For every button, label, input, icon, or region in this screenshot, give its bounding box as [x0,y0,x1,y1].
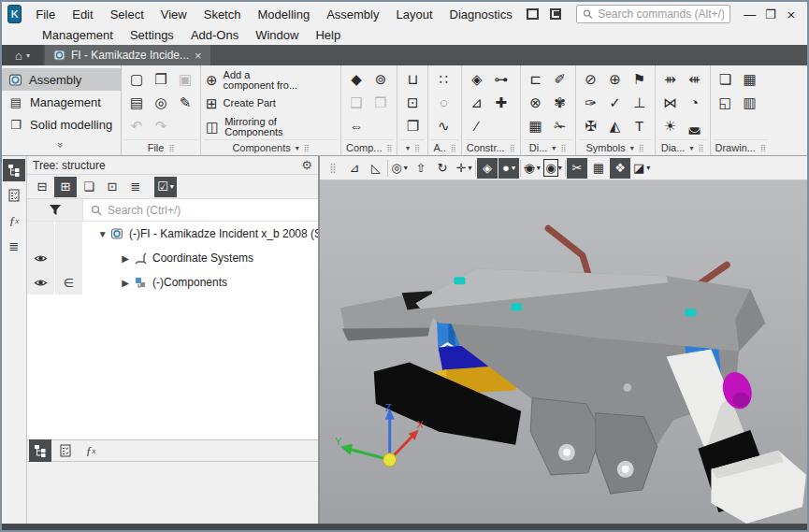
section-view-icon[interactable]: ✂▾ [567,158,587,179]
surface-mark-icon[interactable]: ✑ [580,93,602,113]
move-component-icon[interactable]: ⇔ [345,116,368,137]
menu-item[interactable]: Help [307,28,349,42]
new-drawing-icon[interactable]: ❏ [715,69,737,90]
undo-icon[interactable]: ↶ [125,116,148,137]
create-sketch-icon[interactable]: ⊿▾ [344,158,365,179]
tab-close-icon[interactable]: × [195,49,202,63]
hole-icon[interactable]: ⊔ [401,69,424,90]
angular-dim-icon[interactable]: ✾ [549,93,571,113]
model-canvas[interactable]: Z X Y [320,180,807,524]
gear-icon[interactable]: ⚙ [301,158,312,172]
expander-closed-icon[interactable]: ▶ [119,253,132,264]
mass-properties-icon[interactable]: ☀ [659,116,682,137]
hide-objects-icon[interactable]: ◉▾ [522,158,542,179]
search-input[interactable] [598,7,724,21]
group-handle-icon[interactable]: ⣿ [698,144,703,152]
pan-icon[interactable]: ⇧▾ [411,158,431,179]
windows-layout-icon[interactable] [527,8,539,20]
leader-icon[interactable]: ✐ [549,69,571,90]
variables-tab-icon[interactable]: ƒx [79,439,102,462]
sidebar-item-solid-modelling[interactable]: ❒ Solid modelling [2,113,121,136]
ghost-component-icon[interactable]: ❑ [345,93,368,113]
tree-structure-icon[interactable]: ⊞▾ [54,177,77,197]
save-as-icon[interactable]: ✎ [174,93,196,113]
text-icon[interactable]: T [628,116,651,137]
menu-item[interactable]: Window [247,28,307,42]
redo-icon[interactable]: ↷ [150,116,172,137]
parameters-tab-icon[interactable] [54,439,77,462]
image-quality-icon[interactable]: ❖▾ [610,158,630,179]
pattern-icon[interactable]: ∷ [432,69,455,90]
region-icon[interactable]: ◌ [432,93,455,113]
close-button[interactable]: × [781,7,802,22]
group-handle-icon[interactable]: ⣿ [168,144,174,152]
display-mode-icon[interactable]: ●▾ [498,158,519,179]
clip-box-icon[interactable]: ▦▾ [588,158,609,179]
minimize-button[interactable]: — [740,7,760,22]
zoom-icon[interactable]: ◎▾ [389,158,410,179]
sidebar-item-management[interactable]: ▤ Management [2,91,121,113]
bom-table-icon[interactable]: ▥ [739,93,761,113]
create-part-button[interactable]: ⊞Create Part [206,92,336,115]
new-document-icon[interactable]: ▢ [125,69,148,90]
screen-presets-icon[interactable] [550,8,562,20]
view-layout-icon[interactable]: ◱ [715,93,737,113]
roughness-icon[interactable]: ⊘ [580,69,602,90]
command-search[interactable] [576,5,730,23]
sidebar-collapse-button[interactable]: » [2,139,121,155]
group-handle-icon[interactable]: ⣿ [304,144,310,152]
group-handle-icon[interactable]: ⣿ [510,144,515,152]
grid-dim-icon[interactable]: ▦ [525,116,547,137]
datum-sphere-icon[interactable]: ⊕ [604,69,627,90]
check-gaps-icon[interactable]: ⇺ [684,69,706,90]
print-preview-icon[interactable]: ◎ [150,93,172,113]
menu-item[interactable]: Management [34,28,122,42]
menu-item[interactable]: Diagnostics [441,7,521,22]
relations-icon[interactable]: ❏▾ [78,177,100,197]
variables-panel-icon[interactable]: ƒx [3,209,25,232]
compare-icon[interactable]: ⋈ [659,93,682,113]
hide-in-scene-icon[interactable]: ◉▾ [543,158,564,179]
plane-icon[interactable]: ◈ [466,69,488,90]
maximize-button[interactable]: ❐ [760,7,781,22]
expander-open-icon[interactable]: ▼ [96,229,108,239]
cut-dim-icon[interactable]: ✁ [549,116,571,137]
tree-row-components[interactable]: ∈ ▶ (-)Components [27,270,318,295]
placement-plane-icon[interactable]: ◺▾ [366,158,386,179]
relation-icon[interactable]: ⊶ [490,69,513,90]
boss-icon[interactable]: ⊡ [401,93,424,113]
selection-area-icon[interactable]: ⊡▾ [101,177,123,197]
check-intersections-icon[interactable]: ⇻ [659,69,682,90]
tree-tab-icon[interactable] [29,439,51,462]
cone-mark-icon[interactable]: ◭ [604,116,627,137]
open-document-icon[interactable]: ❐ [150,69,172,90]
axis-icon[interactable]: ∕ [466,116,488,137]
group-dropdown-icon[interactable]: ▾ [296,144,299,152]
group-handle-icon[interactable]: ⣿ [639,144,644,152]
group-dropdown-icon[interactable]: ▾ [689,144,693,152]
group-dropdown-icon[interactable]: ▾ [630,144,634,152]
menu-item[interactable]: Add-Ons [182,28,247,42]
radial-dim-icon[interactable]: ⊗ [525,93,547,113]
component-gear-icon[interactable]: ⊚ [369,69,392,90]
base-mark-icon[interactable]: ⊥ [628,93,651,113]
toolbar-drag-handle[interactable]: ⣿▾ [323,158,343,179]
extra-display-icon[interactable]: ◪▾ [631,158,652,179]
menu-item[interactable]: Select [102,7,152,22]
stamp-icon[interactable]: ✠ [580,116,602,137]
home-button[interactable]: ⌂▾ [2,45,43,65]
menu-item[interactable]: Layout [387,7,441,22]
deviation-icon[interactable]: ◛ [684,116,706,137]
spline-icon[interactable]: ∿ [432,116,455,137]
linear-dim-icon[interactable]: ⊏ [525,69,547,90]
eye-icon[interactable] [34,253,48,264]
document-tab[interactable]: FI - Kamikadze Incide... × [45,45,210,65]
group-dropdown-icon[interactable]: ▾ [552,144,556,152]
menu-item[interactable]: View [152,7,195,22]
filter-funnel-button[interactable] [27,199,83,221]
group-handle-icon[interactable]: ⣿ [560,144,566,152]
tree-parameters-icon[interactable]: ⊟▾ [31,177,53,197]
save-icon[interactable]: ▣ [174,69,196,90]
layers-icon[interactable]: ≣▾ [124,177,147,197]
group-dropdown-icon[interactable]: ▾ [406,144,410,152]
